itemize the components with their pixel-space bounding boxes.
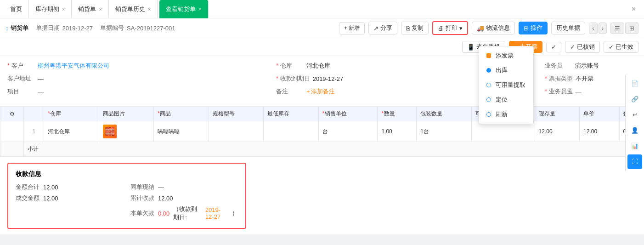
doc-number-meta: 单据编号 SA-20191227-001: [100, 24, 175, 32]
ticket-type-value: 不开票: [576, 74, 593, 83]
col-current-stock: 现存量: [535, 107, 579, 121]
sidebar-link-icon[interactable]: 🔗: [627, 92, 642, 107]
total-label: 金额合计: [16, 183, 40, 191]
share-button[interactable]: ↗ 分享: [368, 22, 397, 34]
share-icon: ↗: [373, 25, 378, 32]
row-quantity: 1.00: [378, 121, 417, 142]
tab-inventory-init[interactable]: 库存期初 ×: [29, 0, 72, 18]
form-row-1: 客户 柳州粤港平安气体有限公司 仓库 河北仓库 业务员 演示账号: [7, 62, 637, 70]
window-close-button[interactable]: ×: [627, 5, 640, 13]
sidebar-doc-icon[interactable]: 📄: [627, 76, 642, 91]
new-button[interactable]: + 新增: [339, 22, 365, 34]
customer-label: 客户: [7, 62, 35, 70]
already-cancelled-button[interactable]: ✓ 已核销: [565, 41, 600, 53]
remark-label: 备注: [276, 87, 304, 96]
row-unit-price: 12.00: [580, 121, 619, 142]
tab-home[interactable]: 首页: [4, 0, 29, 18]
effective-check-icon: ✓: [609, 44, 614, 51]
same-order-label: 同单现结: [130, 183, 154, 191]
total-value: 12.00: [43, 184, 58, 191]
tab-sales-history[interactable]: 销货单历史 ×: [109, 0, 158, 18]
add-invoice-item[interactable]: 添发票: [479, 48, 533, 63]
copy-button[interactable]: ⎘ 复制: [401, 22, 429, 34]
doc-header: ↕ 销货单 单据日期 2019-12-27 单据编号 SA-20191227-0…: [0, 18, 644, 38]
doc-actions2: 📱 来自手机 ● 未开票 ✓ ✓ 已核销 ✓ 已生效: [0, 38, 644, 56]
confirm-button[interactable]: ✓: [546, 42, 561, 52]
doc-icon: ↕ 销货单: [6, 24, 28, 32]
operations-button[interactable]: ⊞ 操作: [519, 22, 548, 34]
sidebar-user-icon[interactable]: 👤: [627, 123, 642, 138]
due-note: （收款到期日:: [173, 205, 202, 222]
row-num: 1: [24, 121, 44, 142]
main-content: ↕ 销货单 单据日期 2019-12-27 单据编号 SA-20191227-0…: [0, 18, 644, 234]
staff2-label: 业务员孟: [545, 87, 573, 96]
check-icon: ✓: [551, 44, 556, 51]
products-table-wrapper: ⚙ *仓库 商品图片 *商品 规格型号 最低库存 *销售单位 *数量 包装数量 …: [0, 106, 644, 157]
total-row: 金额合计 12.00: [16, 183, 123, 191]
due-note-end: ）: [232, 209, 238, 217]
view-icons: ☰ ⊞: [610, 23, 638, 34]
tab-sales-order[interactable]: 销货单 ×: [72, 0, 108, 18]
logistics-button[interactable]: 🚚 物流信息: [472, 22, 515, 34]
warehouse-label: 仓库: [276, 62, 304, 70]
subtotal-label: 小计: [24, 142, 644, 157]
tab-close-inventory[interactable]: ×: [62, 6, 65, 12]
subtotal-row: 小计: [0, 142, 644, 157]
sidebar-chart-icon[interactable]: 📊: [627, 139, 642, 154]
transaction-value: 12.00: [43, 195, 58, 202]
tab-view-sales[interactable]: 查看销货单 ×: [159, 0, 208, 18]
copy-icon: ⎘: [406, 25, 410, 32]
tab-bar-right: ×: [627, 5, 640, 13]
number-value: SA-20191227-001: [127, 25, 175, 32]
tab-close-history[interactable]: ×: [148, 6, 151, 12]
sidebar-expand-icon[interactable]: ⛶: [627, 154, 642, 169]
already-effective-button[interactable]: ✓ 已生效: [604, 41, 638, 53]
col-warehouse: *仓库: [44, 107, 99, 121]
add-remark-button[interactable]: + 添加备注: [306, 87, 335, 96]
staff2-field: 业务员孟 —: [545, 87, 637, 96]
sidebar-return-icon[interactable]: ↩: [627, 108, 642, 122]
refresh-item[interactable]: 刷新: [479, 107, 533, 122]
out-warehouse-item[interactable]: 出库: [479, 63, 533, 78]
history-button[interactable]: 历史单据: [551, 22, 585, 34]
print-icon: 🖨: [438, 25, 444, 32]
table-row: 1 河北仓库 🧱 嗝嗝嗝嗝 台 1.00 1台 12.00 12.00 0.: [0, 121, 644, 142]
prev-arrow[interactable]: ‹: [589, 23, 597, 34]
col-sales-unit: *销售单位: [318, 107, 378, 121]
form-row-3: 项目 — 备注 + 添加备注 业务员孟 —: [7, 87, 637, 96]
cumulative-label: 累计收款: [130, 194, 154, 202]
ticket-type-label: 票据类型: [545, 74, 573, 83]
list-view-icon[interactable]: ☰: [610, 23, 624, 34]
col-product-image: 商品图片: [99, 107, 154, 121]
payment-date-label: 收款到期日: [276, 74, 310, 83]
print-button[interactable]: 🖨 打印 ▾: [432, 21, 468, 35]
customer-value[interactable]: 柳州粤港平安气体有限公司: [38, 62, 109, 70]
col-quantity: *数量: [378, 107, 417, 121]
row-product: 嗝嗝嗝嗝: [154, 121, 209, 142]
payment-wrapper: 收款信息 金额合计 12.00 同单现结 — 成交金额 12.00 累计收款 1…: [0, 157, 644, 234]
locate-item[interactable]: 定位: [479, 92, 533, 107]
tab-close-sales[interactable]: ×: [99, 6, 102, 12]
payment-grid: 金额合计 12.00 同单现结 — 成交金额 12.00 累计收款 12.00: [16, 183, 238, 222]
payment-section: 收款信息 金额合计 12.00 同单现结 — 成交金额 12.00 累计收款 1…: [7, 163, 246, 229]
refresh-icon: [486, 111, 492, 118]
transaction-row: 成交金额 12.00: [16, 194, 123, 202]
next-arrow[interactable]: ›: [599, 23, 607, 34]
staff-value: 演示账号: [575, 62, 599, 70]
staff2-value: —: [576, 88, 582, 95]
row-available: [471, 121, 535, 142]
project-field: 项目 —: [7, 87, 276, 96]
tab-close-view[interactable]: ×: [198, 6, 201, 12]
grid-view-icon[interactable]: ⊞: [625, 23, 638, 34]
nav-arrows: ‹ ›: [589, 23, 607, 34]
row-sales-unit: 台: [318, 121, 378, 142]
row-pack-qty: 1台: [417, 121, 472, 142]
available-pickup-item[interactable]: 可用量提取: [479, 78, 533, 92]
transaction-label: 成交金额: [16, 194, 40, 202]
operations-icon: ⊞: [524, 25, 529, 32]
col-settings[interactable]: ⚙: [0, 107, 24, 121]
col-product: *商品: [154, 107, 209, 121]
right-sidebar: 📄 🔗 ↩ 👤 📊 ⛶: [625, 74, 644, 171]
doc-meta: 单据日期 2019-12-27: [36, 24, 93, 32]
form-row-2: 客户地址 — 收款到期日 2019-12-27 票据类型 不开票: [7, 74, 637, 83]
